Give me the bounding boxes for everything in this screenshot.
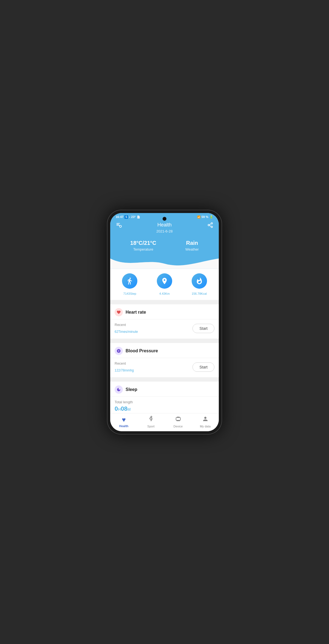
camera-notch [163,217,166,221]
heart-rate-body: Recent 62Times/minute Start [110,319,219,339]
blood-pressure-icon [115,347,123,355]
weather-condition-value: Rain [185,240,199,246]
sport-nav-label: Sport [147,425,154,428]
share-icon[interactable] [205,222,213,228]
steps-icon [122,273,137,289]
health-nav-icon: ♥ [122,416,126,424]
nav-item-mydata[interactable]: My data [192,416,219,428]
heart-rate-info: Recent 62Times/minute [115,323,138,334]
health-nav-label: Health [119,424,129,428]
svg-point-10 [151,416,152,417]
header-top: Health [116,222,213,228]
status-square: ▪ [129,215,130,219]
sleep-icon [115,385,123,394]
svg-line-8 [209,225,211,226]
svg-point-5 [211,222,213,224]
device-nav-icon [175,416,181,424]
status-right: 📶 59 % 🔋 [197,215,213,219]
sleep-body: Total length 0H08M [110,397,219,413]
temperature-label: Temperature [130,247,156,251]
heart-rate-card: Heart rate Recent 62Times/minute Start [110,304,219,339]
heart-rate-value: 62Times/minute [115,328,138,334]
divider-3 [110,377,219,379]
svg-rect-1 [117,224,119,225]
weather-row: 18°C/21°C Temperature Rain Weather [116,238,213,258]
svg-rect-0 [117,223,120,223]
heart-rate-icon [115,308,123,316]
sleep-value: 0H08M [115,405,214,412]
status-time: 16:47 [116,215,123,219]
calories-value: 156.78Kcal [192,291,207,296]
header-date: 2021-6-28 [116,229,213,233]
status-doc: 📄 [137,215,140,219]
device-nav-label: Device [174,425,183,428]
phone-frame: 16:47 S ▪ 23° 📄 📶 59 % 🔋 [107,210,222,435]
blood-pressure-start-button[interactable]: Start [192,362,214,372]
steps-section: 7143Step 4.43Km [110,269,219,300]
divider-2 [110,339,219,341]
status-skype: S [124,215,128,219]
sleep-total-label: Total length [115,400,214,404]
weather-condition-item: Rain Weather [185,240,199,251]
nav-item-device[interactable]: Device [164,416,192,428]
svg-line-9 [209,223,211,225]
mydata-nav-icon [202,416,209,424]
heart-rate-header: Heart rate [110,304,219,319]
nav-item-health[interactable]: ♥ Health [110,416,137,428]
blood-pressure-recent-label: Recent [115,361,134,365]
steps-value: 7143Step [122,291,137,296]
heart-rate-title: Heart rate [126,310,146,315]
blood-pressure-title: Blood Pressure [126,348,158,353]
calories-icon [192,273,207,289]
temperature-value: 18°C/21°C [130,240,156,246]
svg-rect-2 [117,225,120,226]
signal-icon: 📶 [197,215,200,219]
blood-pressure-body: Recent 122/78mmhg Start [110,358,219,377]
blood-pressure-value: 122/78mmhg [115,367,134,373]
distance-stat: 4.43Km [157,273,172,296]
blood-pressure-info: Recent 122/78mmhg [115,361,134,373]
temperature-item: 18°C/21°C Temperature [130,240,156,251]
status-temp: 23° [131,215,136,219]
nav-item-sport[interactable]: Sport [137,416,164,428]
status-battery-pct: 59 % [202,215,208,219]
sport-nav-icon [148,416,154,424]
bottom-nav: ♥ Health Sport [110,413,219,431]
weather-condition-label: Weather [185,247,199,251]
sleep-card: Sleep Total length 0H08M [110,382,219,413]
calories-stat: 156.78Kcal [192,273,207,296]
sleep-title: Sleep [126,387,137,392]
divider-1 [110,300,219,302]
blood-pressure-header: Blood Pressure [110,343,219,358]
steps-stat: 7143Step [122,273,137,296]
svg-point-6 [208,224,210,226]
distance-icon [157,273,172,289]
svg-rect-11 [176,418,180,420]
distance-value: 4.43Km [157,291,172,296]
svg-point-3 [120,225,121,227]
main-content: 7143Step 4.43Km [110,269,219,413]
battery-icon: 🔋 [209,215,213,219]
phone-screen: 16:47 S ▪ 23° 📄 📶 59 % 🔋 [110,213,219,431]
wave-decoration [110,258,219,269]
heart-rate-recent-label: Recent [115,323,138,327]
svg-line-4 [119,225,120,226]
heart-rate-start-button[interactable]: Start [192,324,214,333]
blood-pressure-card: Blood Pressure Recent 122/78mmhg Start [110,343,219,377]
sleep-header: Sleep [110,382,219,397]
page-title: Health [124,222,205,228]
list-icon[interactable] [116,222,124,228]
status-left: 16:47 S ▪ 23° 📄 [116,215,140,219]
mydata-nav-label: My data [200,425,211,428]
app-header: Health 2021-6-28 18°C/21°C Temperature [110,220,219,258]
svg-point-7 [211,226,213,228]
